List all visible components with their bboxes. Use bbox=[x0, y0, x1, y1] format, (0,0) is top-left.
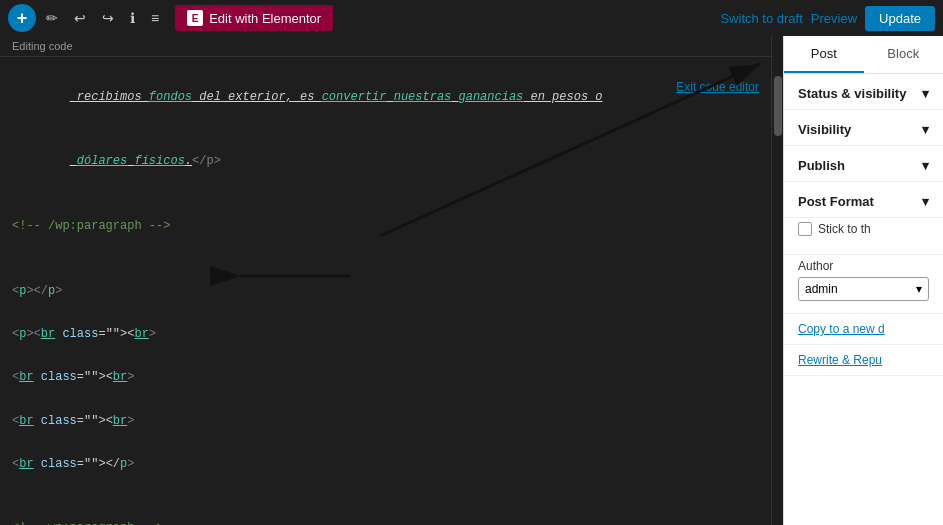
code-line bbox=[12, 389, 759, 411]
publish-label: Publish bbox=[798, 158, 845, 173]
copy-to-new-link[interactable]: Copy to a new d bbox=[784, 314, 943, 345]
rewrite-republish-link[interactable]: Rewrite & Repu bbox=[784, 345, 943, 376]
code-line: <p></p> bbox=[12, 281, 759, 303]
stick-to-top-checkbox[interactable] bbox=[798, 222, 812, 236]
post-format-section: Post Format ▾ bbox=[784, 182, 943, 218]
add-icon: + bbox=[17, 8, 28, 29]
tab-block[interactable]: Block bbox=[864, 36, 944, 73]
redo-icon: ↪ bbox=[102, 10, 114, 26]
code-line: recibimos fondos del exterior, es conver… bbox=[12, 65, 759, 130]
chevron-icon: ▾ bbox=[922, 194, 929, 209]
scrollbar-track[interactable] bbox=[771, 36, 783, 525]
redo-button[interactable]: ↪ bbox=[96, 6, 120, 30]
chevron-icon: ▾ bbox=[922, 86, 929, 101]
author-section: Author admin ▾ bbox=[784, 255, 943, 314]
code-editor-area: Editing code recibimos fondos del exteri… bbox=[0, 36, 771, 525]
switch-draft-button[interactable]: Switch to draft bbox=[720, 11, 802, 26]
code-line: <br class=""><br> bbox=[12, 367, 759, 389]
code-line bbox=[12, 195, 759, 217]
post-format-label: Post Format bbox=[798, 194, 874, 209]
post-format-title[interactable]: Post Format ▾ bbox=[784, 182, 943, 217]
editing-code-label: Editing code bbox=[0, 36, 771, 57]
code-line: <!-- /wp:paragraph --> bbox=[12, 216, 759, 238]
scrollbar-thumb[interactable] bbox=[774, 76, 782, 136]
stick-to-top-row: Stick to th bbox=[798, 222, 929, 236]
code-line bbox=[12, 497, 759, 519]
edit-button[interactable]: ✏ bbox=[40, 6, 64, 30]
tab-post[interactable]: Post bbox=[784, 36, 864, 73]
sidebar-content: Status & visibility ▾ Visibility ▾ Publi… bbox=[784, 74, 943, 525]
sidebar-tabs: Post Block bbox=[784, 36, 943, 74]
code-line: <br class=""><br> bbox=[12, 411, 759, 433]
stick-to-top-section: Stick to th bbox=[784, 218, 943, 255]
preview-button[interactable]: Preview bbox=[811, 11, 857, 26]
exit-code-editor-link[interactable]: Exit code editor bbox=[676, 80, 759, 94]
visibility-label: Visibility bbox=[798, 122, 851, 137]
sidebar: Post Block Status & visibility ▾ Visibil… bbox=[783, 36, 943, 525]
status-visibility-label: Status & visibility bbox=[798, 86, 906, 101]
status-visibility-section: Status & visibility ▾ bbox=[784, 74, 943, 110]
status-visibility-title[interactable]: Status & visibility ▾ bbox=[784, 74, 943, 109]
elementor-label: Edit with Elementor bbox=[209, 11, 321, 26]
code-line bbox=[12, 238, 759, 260]
code-line bbox=[12, 432, 759, 454]
undo-icon: ↩ bbox=[74, 10, 86, 26]
code-editor[interactable]: recibimos fondos del exterior, es conver… bbox=[0, 57, 771, 525]
code-line: <!-- wp:paragraph --> bbox=[12, 518, 759, 525]
code-line bbox=[12, 303, 759, 325]
toolbar-right: Switch to draft Preview Update bbox=[720, 6, 935, 31]
info-button[interactable]: ℹ bbox=[124, 6, 141, 30]
list-button[interactable]: ≡ bbox=[145, 6, 165, 30]
stick-to-top-label: Stick to th bbox=[818, 222, 871, 236]
author-label: Author bbox=[798, 259, 929, 273]
visibility-section: Visibility ▾ bbox=[784, 110, 943, 146]
visibility-title[interactable]: Visibility ▾ bbox=[784, 110, 943, 145]
chevron-icon: ▾ bbox=[922, 122, 929, 137]
elementor-button[interactable]: E Edit with Elementor bbox=[175, 5, 333, 31]
publish-title[interactable]: Publish ▾ bbox=[784, 146, 943, 181]
undo-button[interactable]: ↩ bbox=[68, 6, 92, 30]
info-icon: ℹ bbox=[130, 10, 135, 26]
code-line: <br class=""></p> bbox=[12, 454, 759, 476]
code-line: dólares físicos.</p> bbox=[12, 130, 759, 195]
author-content: Author admin ▾ bbox=[784, 255, 943, 313]
code-line bbox=[12, 259, 759, 281]
toolbar: + ✏ ↩ ↪ ℹ ≡ E Edit with Elementor Switch… bbox=[0, 0, 943, 36]
main-area: Editing code recibimos fondos del exteri… bbox=[0, 36, 943, 525]
code-line: <p><br class=""><br> bbox=[12, 324, 759, 346]
publish-section: Publish ▾ bbox=[784, 146, 943, 182]
list-icon: ≡ bbox=[151, 10, 159, 26]
add-button[interactable]: + bbox=[8, 4, 36, 32]
elementor-icon: E bbox=[187, 10, 203, 26]
author-select[interactable]: admin ▾ bbox=[798, 277, 929, 301]
chevron-down-icon: ▾ bbox=[916, 282, 922, 296]
chevron-icon: ▾ bbox=[922, 158, 929, 173]
author-value: admin bbox=[805, 282, 838, 296]
update-button[interactable]: Update bbox=[865, 6, 935, 31]
stick-to-top-content: Stick to th bbox=[784, 218, 943, 254]
code-line bbox=[12, 346, 759, 368]
edit-icon: ✏ bbox=[46, 10, 58, 26]
code-line bbox=[12, 475, 759, 497]
